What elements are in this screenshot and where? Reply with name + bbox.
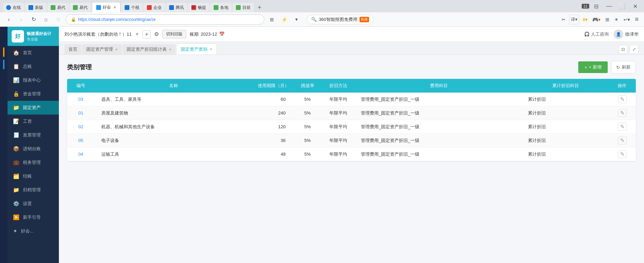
brightness-button[interactable]: ☀ (613, 15, 620, 24)
back-button[interactable]: ‹ (4, 15, 14, 24)
cell-name: 房屋及建筑物 (94, 106, 253, 120)
sidebar-item-purchase-sales[interactable]: 📦 进销台账 (8, 142, 59, 156)
sidebar-item-home[interactable]: 🏠 首页 (8, 46, 59, 60)
lightning-button[interactable]: ⚡ (279, 15, 289, 24)
cell-residual: 5% (294, 93, 321, 106)
sidebar-item-funds[interactable]: 🔒 资金管理 (8, 87, 59, 101)
cell-accumulated: 累计折旧 (522, 147, 608, 161)
browser-tab[interactable]: 个税 (121, 3, 143, 12)
cell-code: 01 (67, 106, 94, 120)
edit-button[interactable]: ✎ (618, 150, 627, 158)
breadcrumb-tabs: 首页 固定资产管理 ✕ 固定资产折旧统计表 ✕ 固定资产类别 ✕ ⊡ ⤢ (59, 42, 644, 55)
cell-action: ✎ (608, 147, 636, 161)
breadcrumb-tab-asset-management[interactable]: 固定资产管理 ✕ (82, 44, 122, 55)
tab-close-icon[interactable]: ✕ (169, 48, 172, 51)
sidebar-item-settings[interactable]: ⚙️ 设置 (8, 197, 59, 211)
sidebar-item-tax[interactable]: 💼 税务管理 (8, 156, 59, 169)
browser-tab[interactable]: 在线 (3, 3, 24, 12)
edit-button[interactable]: ✎ (618, 109, 627, 117)
tab-close-icon[interactable]: ✕ (115, 48, 118, 51)
breadcrumb-tab-home[interactable]: 首页 (64, 44, 81, 55)
dropdown-arrow-icon[interactable]: ▼ (135, 32, 139, 37)
accent-indicator (3, 47, 4, 57)
maximize-button[interactable]: ⬜ (616, 0, 628, 12)
calendar-icon[interactable]: 📅 (219, 32, 225, 37)
sidebar-item-ledger[interactable]: 📋 总账 (8, 60, 59, 73)
sidebar-item-checkout[interactable]: 🗂️ 结账 (8, 169, 59, 183)
cell-method: 年限平均 (321, 147, 355, 161)
tab-expand-button[interactable]: ⊡ (619, 45, 628, 54)
address-input[interactable]: 🔒 https://cloud.chanjet.com/accounting/u… (66, 14, 264, 25)
breadcrumb-tab-depreciation-report[interactable]: 固定资产折旧统计表 ✕ (123, 44, 176, 55)
browser-tab[interactable]: M 畅提 (188, 3, 210, 12)
cell-action: ✎ (608, 93, 636, 106)
browser-tab-active[interactable]: 好会 ✕ (92, 2, 121, 12)
edit-button[interactable]: ✎ (618, 123, 627, 131)
forward-button[interactable]: › (16, 15, 26, 24)
browser-tab[interactable]: 易代 (70, 3, 91, 12)
col-code: 编号 (67, 79, 94, 93)
browser-tab[interactable]: 企业 (143, 3, 165, 12)
cell-months: 240 (253, 106, 294, 120)
settings-gear-button[interactable]: ⚙ (154, 31, 159, 37)
sidebar-label: 新手引导 (23, 214, 41, 220)
grid-button[interactable]: ⊞ (604, 15, 611, 24)
home-button[interactable]: ⌂ (41, 15, 51, 24)
translate-button[interactable]: 译▾ (569, 15, 579, 24)
cell-code: 02 (67, 120, 94, 134)
cell-months: 36 (253, 134, 294, 147)
restore-window-button[interactable]: ⊟ (590, 0, 602, 12)
table-row: 04运输工具485%年限平均管理费用_固定资产折旧_一级累计折旧✎ (67, 147, 636, 161)
home-icon: 🏠 (13, 50, 20, 56)
new-tab-button[interactable]: + (255, 3, 264, 12)
sidebar-item-archive[interactable]: 📁 归档管理 (8, 183, 59, 197)
bookmark-button[interactable]: ☆ (53, 15, 63, 24)
tab-fullscreen-button[interactable]: ⤢ (630, 45, 639, 54)
edit-button[interactable]: ✎ (618, 136, 627, 144)
cell-code: 05 (67, 134, 94, 147)
undo-button[interactable]: ↩▾ (622, 15, 631, 24)
cell-method: 年限平均 (321, 106, 355, 120)
browser-toolbar-actions: ✂ 译▾ ¥▾ 🎮▾ ⊞ ☀ ↩▾ ≡ (560, 14, 640, 24)
sidebar-item-guide[interactable]: ▶️ 新手引导 (8, 211, 59, 224)
sidebar-logo: 好 畅捷通好会计 专业版 (8, 27, 59, 46)
site-info-button[interactable]: ⊞ (267, 15, 277, 24)
cut-button[interactable]: ✂ (560, 15, 567, 24)
accent-indicator (3, 60, 4, 69)
minimize-button[interactable]: — (603, 0, 615, 12)
customer-service-button[interactable]: 🎧 人工咨询 (584, 31, 609, 37)
browser-tab[interactable]: 目前 (232, 3, 254, 12)
currency-button[interactable]: ¥▾ (581, 15, 589, 24)
menu-button[interactable]: ≡ (633, 14, 640, 24)
refresh-button[interactable]: ↻ 刷新 (611, 61, 636, 73)
user-info[interactable]: 👤 徐泽华 (614, 29, 639, 39)
sidebar-item-fixed-assets[interactable]: 📁 固定资产 (8, 101, 59, 115)
sidebar-item-more[interactable]: ✦ 好会... (8, 224, 59, 238)
add-book-button[interactable]: + (142, 30, 151, 38)
game-button[interactable]: 🎮▾ (591, 15, 602, 24)
browser-tab[interactable]: 腾讯 (166, 3, 187, 12)
sidebar-item-invoice[interactable]: 🧾 发票管理 (8, 128, 59, 142)
tab-close-icon[interactable]: ✕ (113, 5, 116, 9)
search-box[interactable]: 🔍 360智能抠图免费用 热搜 (307, 15, 374, 24)
close-window-button[interactable]: ✕ (629, 0, 641, 12)
page-title: 类别管理 (67, 63, 92, 71)
main-content: 刘小艳演示账套（勿删勿动！）11 ▼ + ⚙ 切到旧版 账期 2023-12 📅… (59, 27, 644, 263)
sidebar-item-payroll[interactable]: 📝 工资 (8, 115, 59, 128)
page-header: 类别管理 + + 新增 ↻ 刷新 (67, 61, 636, 73)
browser-tab[interactable]: 各地 (210, 3, 232, 12)
browser-tab[interactable]: 新版 (25, 3, 47, 12)
sidebar-item-reports[interactable]: 📊 报表中心 (8, 73, 59, 87)
funds-icon: 🔒 (13, 91, 20, 97)
switch-version-button[interactable]: 切到旧版 (162, 30, 186, 38)
sidebar-label: 结账 (23, 173, 32, 179)
cell-code: 04 (67, 147, 94, 161)
breadcrumb-tab-category[interactable]: 固定资产类别 ✕ (176, 44, 217, 55)
tab-close-icon[interactable]: ✕ (210, 47, 212, 51)
reports-icon: 📊 (13, 77, 20, 83)
edit-button[interactable]: ✎ (618, 95, 627, 103)
dropdown-button[interactable]: ▼ (292, 15, 301, 24)
add-button[interactable]: + + 新增 (578, 61, 608, 73)
reload-button[interactable]: ↻ (29, 15, 38, 24)
browser-tab[interactable]: 易代 (47, 3, 69, 12)
